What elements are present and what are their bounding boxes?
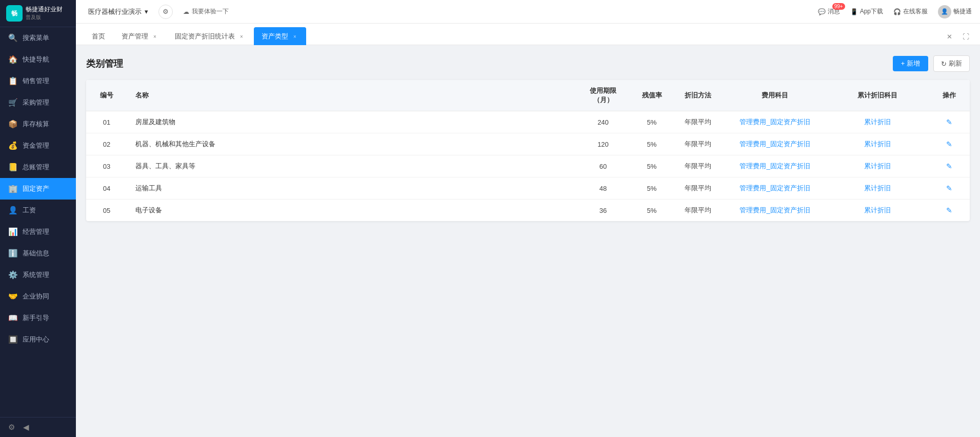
logo-title: 畅捷通好业财 — [26, 6, 63, 14]
sidebar-nav: 🔍 搜索菜单 🏠 快捷导航 📋 销售管理 🛒 采购管理 📦 库存核算 💰 资金管… — [0, 27, 76, 417]
sidebar-item-search[interactable]: 🔍 搜索菜单 — [0, 27, 76, 49]
expand-button[interactable]: ⛶ — [959, 30, 972, 43]
sidebar-item-inventory[interactable]: 📦 库存核算 — [0, 113, 76, 135]
col-header-method: 折旧方法 — [672, 80, 724, 111]
online-service-action[interactable]: 🎧 在线客服 — [893, 7, 928, 16]
collapse-icon[interactable]: ◀ — [23, 423, 29, 432]
tab-depreciation-report-close[interactable]: × — [238, 33, 245, 40]
edit-button[interactable]: ✎ — [946, 118, 952, 126]
sidebar-item-guide[interactable]: 📖 新手引导 — [0, 307, 76, 329]
sidebar-logo: 畅 畅捷通好业财 普及版 — [0, 0, 76, 27]
cell-expense: 管理费用_固定资产折旧 — [724, 177, 826, 200]
sidebar-item-quick-nav[interactable]: 🏠 快捷导航 — [0, 49, 76, 70]
tab-asset-mgmt[interactable]: 资产管理 × — [114, 27, 166, 45]
refresh-button[interactable]: ↻ 刷新 — [933, 55, 970, 72]
avatar: 👤 — [938, 5, 951, 18]
col-header-action: 操作 — [929, 80, 970, 111]
sidebar-item-business[interactable]: 📊 经营管理 — [0, 221, 76, 243]
table-row: 03 器具、工具、家具等 60 5% 年限平均 管理费用_固定资产折旧 累计折旧… — [86, 155, 970, 177]
sidebar-item-label: 系统管理 — [23, 270, 49, 280]
sidebar-item-label: 资金管理 — [23, 141, 49, 150]
new-button[interactable]: + 新增 — [893, 56, 928, 71]
sidebar-item-purchase[interactable]: 🛒 采购管理 — [0, 92, 76, 113]
table-row: 02 机器、机械和其他生产设备 120 5% 年限平均 管理费用_固定资产折旧 … — [86, 133, 970, 155]
sidebar-item-system[interactable]: ⚙️ 系统管理 — [0, 264, 76, 286]
logo-subtitle: 普及版 — [26, 14, 63, 21]
tab-depreciation-report[interactable]: 固定资产折旧统计表 × — [167, 27, 253, 45]
tabbar-right-controls: ✕ ⛶ — [943, 30, 972, 45]
cell-method: 年限平均 — [672, 155, 724, 177]
inventory-icon: 📦 — [8, 120, 17, 129]
sidebar-item-app-center[interactable]: 🔲 应用中心 — [0, 329, 76, 350]
cell-method: 年限平均 — [672, 111, 724, 133]
settings-icon[interactable]: ⚙ — [8, 423, 15, 432]
cell-period: 120 — [575, 133, 631, 155]
tab-asset-type[interactable]: 资产类型 × — [254, 27, 306, 45]
headset-icon: 🎧 — [893, 8, 901, 15]
payroll-icon: 👤 — [8, 206, 17, 215]
cell-code: 01 — [86, 111, 127, 133]
sidebar-item-label: 经营管理 — [23, 227, 49, 236]
sidebar-item-label: 销售管理 — [23, 76, 49, 86]
sidebar-item-label: 基础信息 — [23, 249, 49, 258]
cell-method: 年限平均 — [672, 177, 724, 200]
sidebar-item-label: 固定资产 — [23, 184, 49, 193]
refresh-icon: ↻ — [941, 60, 947, 68]
tab-home[interactable]: 首页 — [84, 27, 113, 45]
sidebar-item-sales[interactable]: 📋 销售管理 — [0, 70, 76, 92]
cell-name: 机器、机械和其他生产设备 — [127, 133, 575, 155]
settings-button[interactable]: ⚙ — [158, 5, 173, 19]
business-icon: 📊 — [8, 227, 17, 236]
cell-name: 器具、工具、家具等 — [127, 155, 575, 177]
edit-button[interactable]: ✎ — [946, 140, 952, 148]
cell-code: 05 — [86, 200, 127, 222]
tab-asset-mgmt-close[interactable]: × — [151, 33, 158, 40]
experience-button[interactable]: ☁ 我要体验一下 — [179, 5, 233, 18]
sidebar-item-payroll[interactable]: 👤 工资 — [0, 200, 76, 221]
cell-period: 48 — [575, 177, 631, 200]
col-header-expense: 费用科目 — [724, 80, 826, 111]
sidebar-item-label: 工资 — [23, 206, 36, 215]
logo-text-block: 畅捷通好业财 普及版 — [26, 6, 63, 21]
message-action[interactable]: 💬 消息 99+ — [818, 7, 840, 16]
tab-asset-type-close[interactable]: × — [291, 33, 298, 40]
sidebar-item-capital[interactable]: 💰 资金管理 — [0, 135, 76, 156]
close-window-button[interactable]: ✕ — [943, 30, 955, 43]
cell-accum: 累计折旧 — [826, 133, 929, 155]
search-icon: 🔍 — [8, 33, 17, 43]
topbar-right: 💬 消息 99+ 📱 App下载 🎧 在线客服 👤 畅捷通 — [818, 5, 972, 18]
company-selector[interactable]: 医疗器械行业演示 ▾ — [84, 5, 152, 18]
cell-action: ✎ — [929, 111, 970, 133]
page-actions: + 新增 ↻ 刷新 — [893, 55, 970, 72]
gear-icon: ⚙ — [163, 8, 169, 15]
sidebar-item-enterprise[interactable]: 🤝 企业协同 — [0, 286, 76, 307]
edit-button[interactable]: ✎ — [946, 184, 952, 192]
category-table: 编号 名称 使用期限（月） 残值率 折旧方法 费用科目 累计折旧科目 操作 01… — [86, 80, 970, 221]
sidebar-item-basic-info[interactable]: ℹ️ 基础信息 — [0, 243, 76, 264]
message-badge: 99+ — [832, 3, 845, 10]
logo-icon: 畅 — [6, 5, 23, 22]
col-header-name: 名称 — [127, 80, 575, 111]
app-download-action[interactable]: 📱 App下载 — [850, 7, 883, 16]
user-action[interactable]: 👤 畅捷通 — [938, 5, 972, 18]
guide-icon: 📖 — [8, 313, 17, 323]
sidebar-item-ledger[interactable]: 📒 总账管理 — [0, 156, 76, 178]
sidebar-item-label: 应用中心 — [23, 335, 49, 344]
purchase-icon: 🛒 — [8, 98, 17, 107]
sidebar-bottom: ⚙ ◀ — [0, 417, 76, 437]
sidebar-item-fixed-assets[interactable]: 🏢 固定资产 — [0, 178, 76, 200]
edit-button[interactable]: ✎ — [946, 162, 952, 170]
sidebar: 畅 畅捷通好业财 普及版 🔍 搜索菜单 🏠 快捷导航 📋 销售管理 🛒 采购管理… — [0, 0, 76, 437]
cell-expense: 管理费用_固定资产折旧 — [724, 133, 826, 155]
col-header-residual: 残值率 — [631, 80, 672, 111]
sidebar-item-label: 新手引导 — [23, 313, 49, 323]
col-header-accum: 累计折旧科目 — [826, 80, 929, 111]
tab-depreciation-report-label: 固定资产折旧统计表 — [175, 32, 235, 41]
cell-residual: 5% — [631, 155, 672, 177]
cell-action: ✎ — [929, 177, 970, 200]
app-center-icon: 🔲 — [8, 335, 17, 344]
avatar-placeholder: 👤 — [941, 8, 948, 15]
edit-button[interactable]: ✎ — [946, 206, 952, 214]
cell-residual: 5% — [631, 200, 672, 222]
online-service-label: 在线客服 — [903, 7, 928, 16]
